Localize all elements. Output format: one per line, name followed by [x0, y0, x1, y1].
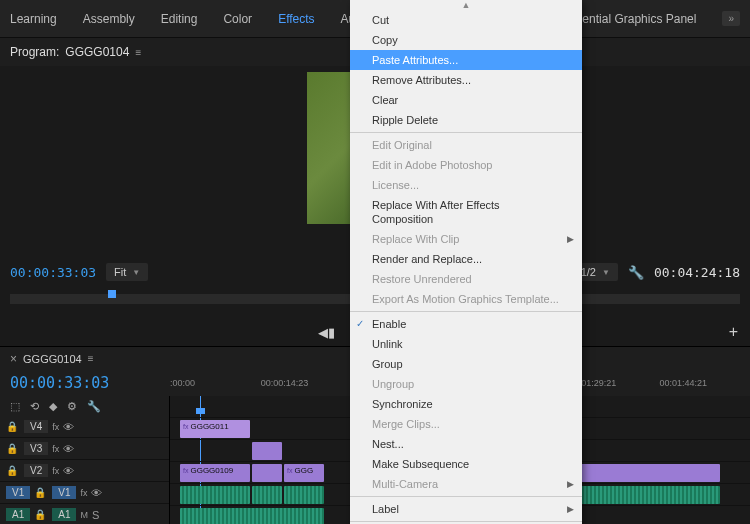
- menu-item-group[interactable]: Group: [350, 354, 582, 374]
- menu-item-nest[interactable]: Nest...: [350, 434, 582, 454]
- menu-item-label: Ripple Delete: [372, 113, 438, 127]
- link-icon[interactable]: ⟲: [30, 400, 39, 413]
- duration-timecode: 00:04:24:18: [654, 265, 740, 280]
- audio-clip[interactable]: [284, 486, 324, 504]
- fx-badge[interactable]: fx: [52, 422, 59, 432]
- lock-icon[interactable]: 🔒: [6, 421, 20, 432]
- menu-item-clear[interactable]: Clear: [350, 90, 582, 110]
- workspace-tab-graphics[interactable]: Essential Graphics Panel: [562, 2, 696, 36]
- menu-item-label: Enable: [372, 317, 406, 331]
- workspace-tab-color[interactable]: Color: [223, 2, 252, 36]
- check-icon: ✓: [356, 317, 364, 331]
- marker-icon[interactable]: ◆: [49, 400, 57, 413]
- menu-item-enable[interactable]: ✓Enable: [350, 314, 582, 334]
- submenu-arrow-icon: ▶: [567, 502, 574, 516]
- menu-item-label: Multi-Camera: [372, 477, 438, 491]
- workspace-tab-learning[interactable]: Learning: [10, 2, 57, 36]
- track-patch[interactable]: V1: [6, 486, 30, 499]
- menu-item-label: Remove Attributes...: [372, 73, 471, 87]
- track-label[interactable]: V3: [24, 442, 48, 455]
- menu-item-cut[interactable]: Cut: [350, 10, 582, 30]
- close-panel-icon[interactable]: ×: [10, 352, 17, 366]
- menu-item-label: Label: [372, 502, 399, 516]
- menu-item-copy[interactable]: Copy: [350, 30, 582, 50]
- snap-icon[interactable]: ⬚: [10, 400, 20, 413]
- wrench-icon[interactable]: 🔧: [87, 400, 101, 413]
- fx-badge[interactable]: fx: [80, 488, 87, 498]
- settings-icon[interactable]: ⚙: [67, 400, 77, 413]
- menu-item-label: Unlink: [372, 337, 403, 351]
- audio-clip[interactable]: [560, 486, 720, 504]
- menu-item-replace-with-clip: Replace With Clip▶: [350, 229, 582, 249]
- track-v2-header[interactable]: 🔒 V2 fx 👁: [0, 460, 169, 482]
- track-a1-header[interactable]: A1 🔒 A1 M S: [0, 504, 169, 524]
- menu-item-label: Replace With Clip: [372, 232, 459, 246]
- mute-badge[interactable]: M: [80, 510, 88, 520]
- solo-badge[interactable]: S: [92, 509, 106, 521]
- track-label[interactable]: V1: [52, 486, 76, 499]
- settings-wrench-icon[interactable]: 🔧: [628, 265, 644, 280]
- video-clip[interactable]: [252, 464, 282, 482]
- timeline-tools: ⬚ ⟲ ◆ ⚙ 🔧: [0, 396, 169, 416]
- audio-clip[interactable]: [180, 486, 250, 504]
- program-label: Program:: [10, 45, 59, 59]
- video-clip[interactable]: fxGGGG011: [180, 420, 250, 438]
- track-v3-header[interactable]: 🔒 V3 fx 👁: [0, 438, 169, 460]
- eye-icon[interactable]: 👁: [63, 421, 77, 433]
- track-label[interactable]: V2: [24, 464, 48, 477]
- menu-item-remove-attributes[interactable]: Remove Attributes...: [350, 70, 582, 90]
- zoom-fit-dropdown[interactable]: Fit▼: [106, 263, 148, 281]
- menu-item-replace-with-after-effects-composition[interactable]: Replace With After Effects Composition: [350, 195, 582, 229]
- menu-item-paste-attributes[interactable]: Paste Attributes...: [350, 50, 582, 70]
- scroll-up-arrow-icon[interactable]: ▲: [350, 0, 582, 10]
- menu-item-label: Clear: [372, 93, 398, 107]
- eye-icon[interactable]: 👁: [63, 443, 77, 455]
- menu-item-label[interactable]: Label▶: [350, 499, 582, 519]
- lock-icon[interactable]: 🔒: [34, 487, 48, 498]
- track-label[interactable]: A1: [52, 508, 76, 521]
- video-clip[interactable]: [252, 442, 282, 460]
- track-patch[interactable]: A1: [6, 508, 30, 521]
- menu-item-merge-clips: Merge Clips...: [350, 414, 582, 434]
- menu-item-label: Paste Attributes...: [372, 53, 458, 67]
- menu-item-export-as-motion-graphics-template: Export As Motion Graphics Template...: [350, 289, 582, 309]
- workspace-tab-assembly[interactable]: Assembly: [83, 2, 135, 36]
- fx-badge[interactable]: fx: [52, 466, 59, 476]
- timeline-sequence-name[interactable]: GGGG0104: [23, 353, 82, 365]
- menu-item-ripple-delete[interactable]: Ripple Delete: [350, 110, 582, 130]
- add-button-icon[interactable]: +: [729, 323, 738, 341]
- track-header-panel: ⬚ ⟲ ◆ ⚙ 🔧 🔒 V4 fx 👁 🔒 V3 fx 👁 🔒 V2 fx 👁 …: [0, 396, 170, 524]
- menu-item-unlink[interactable]: Unlink: [350, 334, 582, 354]
- menu-item-label: Nest...: [372, 437, 404, 451]
- mark-in-icon[interactable]: ◀▮: [318, 325, 335, 340]
- video-clip[interactable]: fxGGGG0109: [180, 464, 250, 482]
- eye-icon[interactable]: 👁: [63, 465, 77, 477]
- menu-item-synchronize[interactable]: Synchronize: [350, 394, 582, 414]
- menu-item-edit-in-adobe-photoshop: Edit in Adobe Photoshop: [350, 155, 582, 175]
- menu-item-label: Make Subsequence: [372, 457, 469, 471]
- lock-icon[interactable]: 🔒: [6, 443, 20, 454]
- timeline-panel-menu-icon[interactable]: ≡: [88, 353, 94, 364]
- workspace-tab-effects[interactable]: Effects: [278, 2, 314, 36]
- menu-item-label: Copy: [372, 33, 398, 47]
- fx-badge[interactable]: fx: [52, 444, 59, 454]
- lock-icon[interactable]: 🔒: [6, 465, 20, 476]
- program-sequence-name: GGGG0104: [65, 45, 129, 59]
- lock-icon[interactable]: 🔒: [34, 509, 48, 520]
- timeline-timecode[interactable]: 00:00:33:03: [10, 374, 109, 392]
- menu-item-make-subsequence[interactable]: Make Subsequence: [350, 454, 582, 474]
- track-v1-header[interactable]: V1 🔒 V1 fx 👁: [0, 482, 169, 504]
- current-timecode[interactable]: 00:00:33:03: [10, 265, 96, 280]
- menu-item-license: License...: [350, 175, 582, 195]
- video-clip[interactable]: [560, 464, 720, 482]
- track-label[interactable]: V4: [24, 420, 48, 433]
- overflow-chevron-icon[interactable]: »: [722, 11, 740, 26]
- audio-clip[interactable]: [180, 508, 324, 524]
- menu-item-render-and-replace[interactable]: Render and Replace...: [350, 249, 582, 269]
- video-clip[interactable]: fxGGG: [284, 464, 324, 482]
- track-v4-header[interactable]: 🔒 V4 fx 👁: [0, 416, 169, 438]
- workspace-tab-editing[interactable]: Editing: [161, 2, 198, 36]
- panel-menu-icon[interactable]: ≡: [135, 47, 141, 58]
- eye-icon[interactable]: 👁: [91, 487, 105, 499]
- audio-clip[interactable]: [252, 486, 282, 504]
